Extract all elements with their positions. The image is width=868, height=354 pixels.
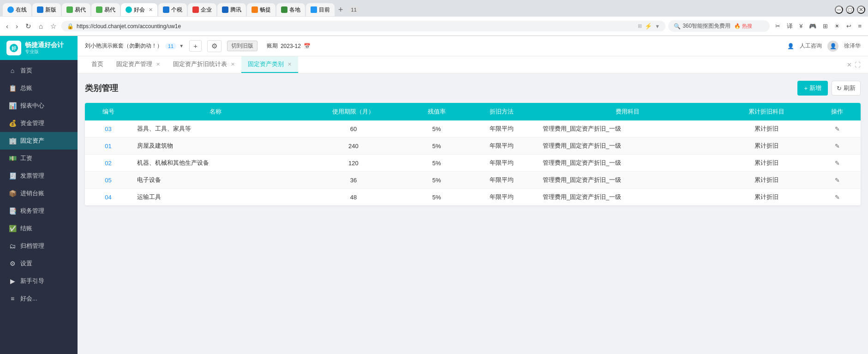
cell-months: 36 xyxy=(300,172,407,189)
sidebar-item-reports[interactable]: 📊 报表中心 xyxy=(0,97,78,114)
add-tab-button[interactable]: + xyxy=(335,5,346,15)
cell-name: 机器、机械和其他生产设备 xyxy=(132,155,299,172)
sidebar-label-archive: 归档管理 xyxy=(20,242,44,250)
close-tab-category[interactable]: ✕ xyxy=(287,61,292,67)
cell-action[interactable]: ✎ xyxy=(814,138,861,155)
sidebar-item-funds[interactable]: 💰 资金管理 xyxy=(0,114,78,132)
undo-icon[interactable]: ↩ xyxy=(844,21,854,31)
sidebar-item-home[interactable]: ⌂ 首页 xyxy=(0,62,78,79)
search-box[interactable]: 🔍 360智能抠图免费用 🔥 热搜 xyxy=(668,20,770,32)
refresh-label: 刷新 xyxy=(844,84,856,92)
browser-tab-tengxun[interactable]: 腾讯 xyxy=(217,3,246,16)
cell-code[interactable]: 03 xyxy=(85,120,132,138)
url-box[interactable]: 🔒 https://cloud.chanjet.com/accounting/u… xyxy=(61,21,665,31)
menu-icon[interactable]: ≡ xyxy=(855,21,864,31)
browser-tab-qiye[interactable]: 企业 xyxy=(188,3,216,16)
switch-version-button[interactable]: 切到旧版 xyxy=(227,41,257,51)
browser-tab-gedi[interactable]: 各地 xyxy=(276,3,305,16)
add-category-button[interactable]: + 新增 xyxy=(797,81,828,96)
cell-code[interactable]: 05 xyxy=(85,172,132,189)
close-window-button[interactable]: ✕ xyxy=(857,6,865,14)
browser-tab-muqian[interactable]: 目前 xyxy=(306,3,335,16)
url-dropdown-icon[interactable]: ▼ xyxy=(655,24,660,29)
scissors-icon[interactable]: ✂ xyxy=(772,21,783,31)
page-tab-home[interactable]: 首页 xyxy=(85,56,110,73)
cell-code[interactable]: 02 xyxy=(85,155,132,172)
cell-expense: 管理费用_固定资产折旧_一级 xyxy=(537,189,719,206)
browser-tab-yidai2[interactable]: 易代 xyxy=(91,3,120,16)
browser-tab-gesui[interactable]: 个税 xyxy=(158,3,187,16)
cell-expense: 管理费用_固定资产折旧_一级 xyxy=(537,172,719,189)
sidebar-item-guide[interactable]: ▶ 新手引导 xyxy=(0,272,78,290)
page-tab-fixed-assets-mgmt[interactable]: 固定资产管理 ✕ xyxy=(110,56,167,73)
sidebar-item-fixed-assets[interactable]: 🏢 固定资产 xyxy=(0,132,78,150)
settings-gear-button[interactable]: ⚙ xyxy=(207,40,221,52)
inventory-icon: 📦 xyxy=(8,190,17,197)
sidebar-item-archive[interactable]: 🗂 归档管理 xyxy=(0,237,78,255)
period-info: 账期 2023-12 📅 xyxy=(267,42,311,50)
cell-action[interactable]: ✎ xyxy=(814,120,861,138)
ledger-icon: 📋 xyxy=(8,84,17,92)
cell-action[interactable]: ✎ xyxy=(814,189,861,206)
browser-tab-haohui[interactable]: 好会 ✕ xyxy=(121,3,157,16)
close-tab-fixed-assets-mgmt[interactable]: ✕ xyxy=(156,61,160,67)
cell-name: 器具、工具、家具等 xyxy=(132,120,299,138)
sidebar-item-checkout[interactable]: ✅ 结账 xyxy=(0,220,78,237)
cell-code[interactable]: 04 xyxy=(85,189,132,206)
home-button[interactable]: ⌂ xyxy=(36,21,45,31)
sidebar-item-inventory[interactable]: 📦 进销台账 xyxy=(0,185,78,202)
refresh-button[interactable]: ↻ xyxy=(23,21,34,31)
cell-name: 电子设备 xyxy=(132,172,299,189)
close-panel-button[interactable]: ✕ xyxy=(847,61,852,68)
back-button[interactable]: ‹ xyxy=(4,21,11,31)
tab-favicon-yidai1 xyxy=(66,6,73,13)
minimize-button[interactable]: ─ xyxy=(835,6,843,14)
cell-action[interactable]: ✎ xyxy=(814,155,861,172)
edit-row-button[interactable]: ✎ xyxy=(835,160,840,167)
browser-tab-changte[interactable]: 畅提 xyxy=(247,3,275,16)
bookmark-button[interactable]: ☆ xyxy=(48,21,59,31)
tab-label-muqian: 目前 xyxy=(319,6,330,14)
logo-sub: 专业版 xyxy=(25,48,64,55)
close-tab-depreciation-table[interactable]: ✕ xyxy=(231,61,235,67)
cell-months: 48 xyxy=(300,189,407,206)
brightness-icon[interactable]: ☀ xyxy=(832,21,843,31)
sidebar-label-home: 首页 xyxy=(20,66,32,75)
refresh-data-button[interactable]: ↻ 刷新 xyxy=(832,81,861,96)
sidebar-item-salary[interactable]: 💵 工资 xyxy=(0,150,78,167)
calendar-icon[interactable]: 📅 xyxy=(304,43,311,49)
edit-row-button[interactable]: ✎ xyxy=(835,177,840,184)
col-header-expense: 费用科目 xyxy=(537,103,719,120)
add-account-button[interactable]: + xyxy=(189,40,202,52)
browser-tab-zaixin[interactable]: 在线 xyxy=(3,3,31,16)
translate-icon[interactable]: 译 xyxy=(784,20,796,32)
cell-code[interactable]: 01 xyxy=(85,138,132,155)
sidebar-item-ledger[interactable]: 📋 总账 xyxy=(0,79,78,97)
table-body: 03 器具、工具、家具等 60 5% 年限平均 管理费用_固定资产折旧_一级 累… xyxy=(85,120,861,205)
game-icon[interactable]: 🎮 xyxy=(806,21,819,31)
cell-action[interactable]: ✎ xyxy=(814,172,861,189)
browser-tab-xinban[interactable]: 新版 xyxy=(32,3,61,16)
edit-row-button[interactable]: ✎ xyxy=(835,143,840,150)
expand-panel-button[interactable]: ⛶ xyxy=(855,61,861,68)
sidebar-label-guide: 新手引导 xyxy=(20,277,44,285)
wallet-icon[interactable]: ¥ xyxy=(796,21,805,31)
sidebar-item-invoice[interactable]: 🧾 发票管理 xyxy=(0,167,78,185)
cell-expense: 管理费用_固定资产折旧_一级 xyxy=(537,155,719,172)
edit-row-button[interactable]: ✎ xyxy=(835,126,840,132)
page-tab-depreciation-table[interactable]: 固定资产折旧统计表 ✕ xyxy=(167,56,241,73)
forward-button[interactable]: › xyxy=(13,21,20,31)
browser-tab-yidai1[interactable]: 易代 xyxy=(62,3,90,16)
svg-text:好: 好 xyxy=(11,46,17,51)
grid-icon[interactable]: ⊞ xyxy=(820,21,831,31)
page-tab-category[interactable]: 固定资产类别 ✕ xyxy=(241,56,298,73)
archive-icon: 🗂 xyxy=(8,242,17,250)
sidebar-item-more[interactable]: ≡ 好会... xyxy=(0,290,78,307)
maximize-button[interactable]: □ xyxy=(846,6,854,14)
sidebar-item-tax[interactable]: 📑 税务管理 xyxy=(0,202,78,220)
sidebar-item-settings[interactable]: ⚙ 设置 xyxy=(0,255,78,272)
user-dropdown-icon[interactable]: ▼ xyxy=(179,43,184,48)
content-area: 类别管理 + 新增 ↻ 刷新 编号 名称 xyxy=(78,73,868,354)
close-tab-haohui[interactable]: ✕ xyxy=(149,7,153,13)
edit-row-button[interactable]: ✎ xyxy=(835,194,840,201)
